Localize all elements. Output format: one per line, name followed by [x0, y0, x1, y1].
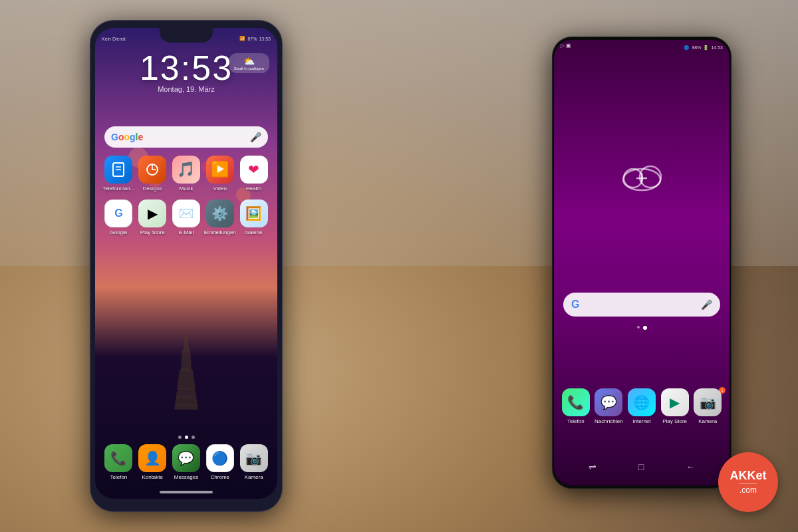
dock-camera[interactable]: 📷 Kamera [238, 444, 270, 480]
google-label: Google [110, 229, 127, 235]
home-indicator [160, 491, 213, 493]
svg-marker-3 [177, 370, 196, 390]
search-bar-right[interactable]: G 🎤 [563, 293, 720, 317]
battery-text: 87% [247, 37, 257, 41]
samsung-play-store[interactable]: ▶ 1 Play Store [659, 388, 691, 424]
google-g-right: G [571, 299, 579, 311]
status-right: 📶 87% 13:53 [239, 36, 271, 41]
dock-contacts-label: Kontakte [142, 474, 163, 480]
app-galerie[interactable]: 🖼️ Galerie [238, 200, 270, 235]
health-icon: ❤ [240, 156, 268, 184]
cloud-add-widget[interactable] [618, 160, 665, 196]
samsung-internet[interactable]: 🌐 Internet [626, 388, 658, 424]
play-store-icon: ▶ [138, 200, 166, 227]
bluetooth-icon: 🔵 [684, 45, 690, 51]
back-button[interactable]: ← [686, 462, 695, 472]
weather-label: Stadt h nzufügen [234, 66, 264, 70]
battery-icon: 📶 [239, 36, 245, 41]
svg-marker-1 [181, 350, 192, 370]
phone-manager-label: Telefonman... [102, 186, 134, 192]
time-status: 13:53 [259, 37, 271, 41]
page-dots-right [554, 326, 730, 330]
dock-area: 📞 Telefon 👤 Kontakte 💬 Messages [102, 436, 271, 480]
app-designs[interactable]: Designs [136, 156, 168, 192]
health-label: Health [246, 186, 261, 192]
video-label: Video [213, 186, 227, 192]
rdot-1 [637, 326, 640, 329]
carrier-text: Kein Dienst [102, 37, 126, 41]
samsung-internet-icon: 🌐 [628, 388, 656, 416]
samsung-messages[interactable]: 💬 Nachrichten [593, 388, 624, 424]
app-grid: Telefonman... Designs 🎵 Musik ▶️ [102, 156, 271, 243]
microphone-icon[interactable]: 🎤 [250, 132, 261, 142]
app-musik[interactable]: 🎵 Musik [170, 156, 202, 192]
dock-contacts[interactable]: 👤 Kontakte [136, 444, 168, 480]
akket-logo: AKKet .com [718, 452, 778, 512]
svg-rect-7 [177, 396, 196, 398]
samsung-messages-icon: 💬 [595, 388, 622, 416]
phone-right: ▷ ▣ 🔵 98% 🔋 14:53 G 🎤 [552, 37, 732, 489]
dock-phone-label: Telefon [110, 474, 127, 480]
dock-messages-icon: 💬 [172, 444, 200, 472]
samsung-camera-icon: 📷 [694, 388, 722, 416]
dock-chrome-label: Chrome [211, 474, 229, 480]
rdot-2 [643, 326, 647, 330]
musik-icon: 🎵 [172, 156, 200, 184]
play-store-label: Play Store [140, 229, 165, 235]
battery-percent: 98% [692, 45, 701, 50]
nav-bar-right: ⇌ □ ← [554, 462, 730, 472]
samsung-messages-label: Nachrichten [595, 418, 623, 424]
dock-chrome[interactable]: 🔵 Chrome [204, 444, 236, 480]
home-button[interactable]: □ [638, 462, 644, 472]
phone-right-screen: ▷ ▣ 🔵 98% 🔋 14:53 G 🎤 [554, 40, 730, 485]
dock-messages-label: Messages [174, 474, 198, 480]
samsung-phone-label: Telefon [567, 418, 585, 424]
recent-apps-icon[interactable]: ⇌ [589, 462, 597, 472]
samsung-phone[interactable]: 📞 Telefon [560, 388, 592, 424]
svg-rect-5 [178, 388, 194, 391]
dock-camera-icon: 📷 [240, 444, 268, 472]
phone-manager-icon [104, 156, 132, 184]
app-email[interactable]: ✉️ E-Mail [170, 200, 202, 235]
samsung-camera-label: Kamera [698, 418, 717, 424]
app-settings[interactable]: ⚙️ Einstellungen [204, 200, 236, 235]
svg-rect-2 [184, 348, 189, 351]
galerie-label: Galerie [245, 229, 263, 235]
dock-phone-icon: 📞 [104, 444, 132, 472]
app-health[interactable]: ❤ Health [238, 156, 270, 192]
dock-chrome-icon: 🔵 [206, 444, 234, 472]
app-video[interactable]: ▶️ Video [204, 156, 236, 192]
svg-rect-8 [176, 404, 197, 406]
google-icon: G [104, 200, 132, 227]
dock-phone[interactable]: 📞 Telefon [102, 444, 134, 480]
time-right: 14:53 [711, 45, 723, 50]
status-right-items: 🔵 98% 🔋 14:53 [684, 45, 723, 51]
dock-camera-label: Kamera [245, 474, 263, 480]
akket-name: AKKet [730, 469, 766, 483]
mic-right[interactable]: 🎤 [701, 299, 712, 310]
galerie-icon: 🖼️ [240, 200, 268, 227]
settings-label: Einstellungen [204, 229, 236, 235]
samsung-phone-icon: 📞 [562, 388, 590, 416]
svg-marker-6 [174, 391, 198, 410]
app-row-2: G Google ▶ Play Store ✉️ E-Mail [102, 200, 271, 235]
akket-domain: .com [739, 483, 757, 495]
dock-messages[interactable]: 💬 Messages [170, 444, 202, 480]
email-icon: ✉️ [172, 200, 200, 227]
app-google[interactable]: G Google [102, 200, 134, 235]
samsung-camera[interactable]: 📷 Kamera [692, 388, 724, 424]
search-bar-left[interactable]: Google 🎤 [104, 126, 268, 148]
musik-label: Musik [180, 186, 194, 192]
samsung-play-label: Play Store [662, 418, 687, 424]
samsung-play-icon: ▶ [661, 388, 689, 416]
weather-widget[interactable]: ⛅ Stadt h nzufügen [229, 53, 269, 73]
svg-marker-0 [184, 330, 189, 350]
designs-label: Designs [143, 186, 162, 192]
app-play-store[interactable]: ▶ Play Store [136, 200, 168, 235]
status-left-icons: ▷ ▣ [561, 43, 571, 49]
dot-1 [178, 436, 182, 439]
email-label: E-Mail [179, 229, 194, 235]
app-phone-manager[interactable]: Telefonman... [102, 156, 134, 192]
notch [160, 28, 213, 43]
weather-icon: ⛅ [234, 56, 264, 66]
